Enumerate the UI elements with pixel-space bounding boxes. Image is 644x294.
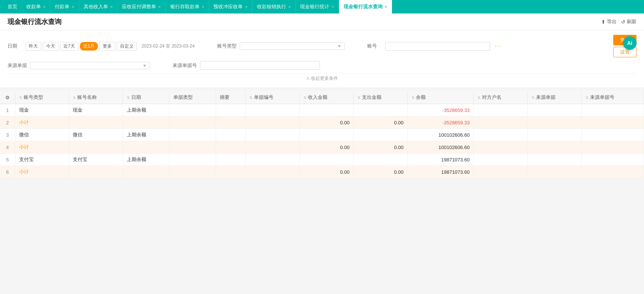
col-source-doc[interactable]: ⇅来源单据 <box>528 91 582 104</box>
date-btn-1month[interactable]: 近1月 <box>80 42 98 51</box>
cell-summary <box>216 104 246 116</box>
cell-date <box>123 116 170 129</box>
nav-home[interactable]: 首页 <box>3 0 22 13</box>
col-summary[interactable]: 摘要 <box>216 91 246 104</box>
cell-doc-no <box>246 129 300 141</box>
table-body: 1 现金 现金 上期余额 -3528659.33 2 小计 0.00 0.00 … <box>0 104 644 178</box>
cell-balance: 19871073.60 <box>407 154 473 166</box>
cell-source-doc-no <box>581 129 644 141</box>
cell-index: 6 <box>0 166 15 178</box>
nav-item-现金银行统计[interactable]: 现金银行统计 × <box>296 0 339 13</box>
export-button[interactable]: ⬆ 导出 <box>601 18 617 25</box>
cell-account-type: 支付宝 <box>15 154 69 166</box>
cell-source-doc <box>528 104 582 116</box>
cell-summary <box>216 166 246 178</box>
account-type-select[interactable]: ▼ <box>240 42 345 50</box>
col-balance[interactable]: ⇅余额 <box>407 91 473 104</box>
table-row: 4 小计 0.00 0.00 100102606.60 <box>0 141 644 154</box>
cell-balance: 19871073.60 <box>407 166 473 178</box>
close-icon[interactable]: × <box>385 4 387 9</box>
account-input[interactable] <box>385 42 490 51</box>
col-account-name[interactable]: ⇅账号名称 <box>69 91 123 104</box>
ai-assistant-button[interactable]: Ai <box>623 36 636 50</box>
cell-source-doc <box>528 166 582 178</box>
nav-item-应收应付调整单[interactable]: 应收应付调整单 × <box>117 0 165 13</box>
date-btn-today[interactable]: 今天 <box>43 42 59 51</box>
cell-source-doc <box>528 154 582 166</box>
col-account-type[interactable]: ⇅账号类型 <box>15 91 69 104</box>
date-label: 日期 <box>8 43 23 49</box>
cell-income <box>299 104 353 116</box>
cell-counterpart <box>474 116 528 129</box>
cell-source-doc-no <box>581 154 644 166</box>
cell-income: 0.00 <box>299 166 353 178</box>
date-btn-more[interactable]: 更多 <box>99 42 115 51</box>
source-doc-no-input[interactable] <box>200 61 320 70</box>
cell-date: 上期余额 <box>123 154 170 166</box>
cell-doc-no <box>246 166 300 178</box>
source-doc-filter: 来源单据 ▼ <box>8 62 150 69</box>
close-icon[interactable]: × <box>110 4 113 9</box>
date-btn-custom[interactable]: 自定义 <box>117 42 137 51</box>
close-icon[interactable]: × <box>43 4 45 9</box>
cell-source-doc-no <box>581 116 644 129</box>
col-doc-no[interactable]: ⇅单据编号 <box>246 91 300 104</box>
account-type-label: 账号类型 <box>217 43 237 49</box>
col-source-doc-no[interactable]: ⇅来源单据号 <box>581 91 644 104</box>
close-icon[interactable]: × <box>332 4 334 9</box>
cell-balance: 100102606.60 <box>407 141 473 154</box>
filter-row-2: 来源单据 ▼ 来源单据号 <box>8 61 636 70</box>
col-counterpart[interactable]: ⇅对方户名 <box>474 91 528 104</box>
chevron-down-icon: ▼ <box>337 44 341 48</box>
date-btn-yesterday[interactable]: 昨天 <box>26 42 41 51</box>
close-icon[interactable]: × <box>288 4 291 9</box>
nav-item-付款单[interactable]: 付款单 × <box>50 0 79 13</box>
nav-item-收款单[interactable]: 收款单 × <box>22 0 50 13</box>
col-doc-type[interactable]: 单据类型 <box>169 91 216 104</box>
nav-item-预收冲应收单[interactable]: 预收冲应收单 × <box>209 0 252 13</box>
cell-date <box>123 141 170 154</box>
col-date[interactable]: ⇅日期 <box>123 91 170 104</box>
cell-counterpart <box>474 104 528 116</box>
chevron-down-icon: ▼ <box>143 63 147 68</box>
cell-doc-type <box>169 154 216 166</box>
cell-doc-no <box>246 141 300 154</box>
source-doc-label: 来源单据 <box>8 62 27 69</box>
cell-index: 1 <box>0 104 15 116</box>
cell-source-doc <box>528 116 582 129</box>
cell-doc-no <box>246 116 300 129</box>
collapse-bar[interactable]: ∧ 收起更多条件 <box>8 73 636 83</box>
close-icon[interactable]: × <box>158 4 161 9</box>
cell-expense <box>353 129 407 141</box>
source-doc-select[interactable]: ▼ <box>30 62 150 69</box>
column-settings-icon[interactable]: ⚙ <box>0 91 15 104</box>
close-icon[interactable]: × <box>72 4 74 9</box>
source-doc-no-filter: 来源单据号 <box>173 61 320 70</box>
nav-item-收款核销执行[interactable]: 收款核销执行 × <box>252 0 296 13</box>
cell-source-doc-no <box>581 141 644 154</box>
cell-doc-type <box>169 166 216 178</box>
nav-item-现金银行流水查询[interactable]: 现金银行流水查询 × <box>339 0 392 13</box>
close-icon[interactable]: × <box>202 4 204 9</box>
refresh-button[interactable]: ↺ 刷新 <box>621 18 636 25</box>
table-row: 5 支付宝 支付宝 上期余额 19871073.60 <box>0 154 644 166</box>
date-buttons: 昨天 今天 近7天 近1月 更多 自定义 <box>26 42 137 51</box>
date-btn-7days[interactable]: 近7天 <box>60 42 78 51</box>
cell-expense: 0.00 <box>353 141 407 154</box>
col-income[interactable]: ⇅收入金额 <box>299 91 353 104</box>
cell-counterpart <box>474 141 528 154</box>
cell-account-name: 微信 <box>69 129 123 141</box>
close-icon[interactable]: × <box>245 4 247 9</box>
col-expense[interactable]: ⇅支出金额 <box>353 91 407 104</box>
cell-account-type: 小计 <box>15 116 69 129</box>
dots-button[interactable]: ··· <box>495 43 502 49</box>
nav-item-其他收入单[interactable]: 其他收入单 × <box>79 0 117 13</box>
cell-date: 上期余额 <box>123 104 170 116</box>
cell-counterpart <box>474 129 528 141</box>
table-row: 6 小计 0.00 0.00 19871073.60 <box>0 166 644 178</box>
nav-item-银行存取款单[interactable]: 银行存取款单 × <box>166 0 209 13</box>
cell-index: 2 <box>0 116 15 129</box>
cell-summary <box>216 116 246 129</box>
cell-date: 上期余额 <box>123 129 170 141</box>
cell-doc-type <box>169 116 216 129</box>
